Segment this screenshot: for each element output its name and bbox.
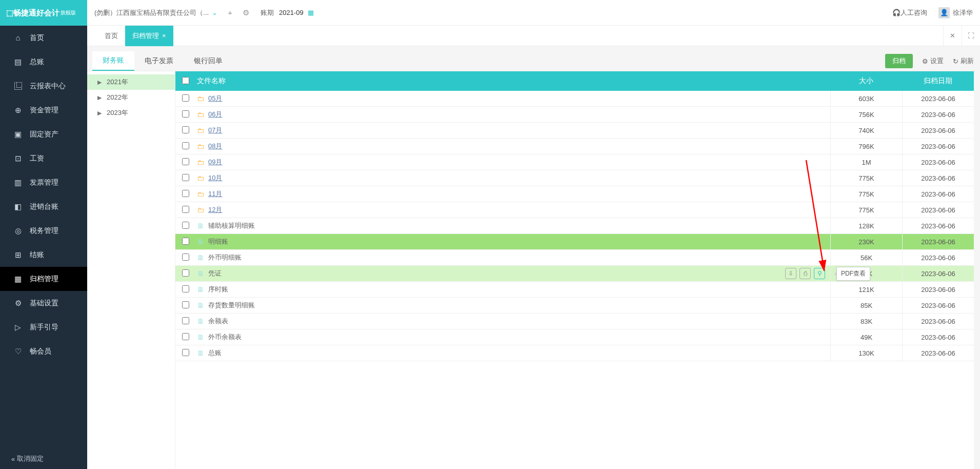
nav-item-10[interactable]: ▦归档管理 [0, 267, 87, 291]
table-row[interactable]: 🗎辅助核算明细账128K2023-06-06 [175, 218, 974, 234]
file-name[interactable]: 08月 [208, 142, 222, 151]
row-checkbox[interactable] [182, 158, 189, 165]
nav-item-9[interactable]: ⊞结账 [0, 243, 87, 267]
file-icon: 🗎 [197, 222, 204, 230]
table-row[interactable]: 🗀06月756K2023-06-06 [175, 107, 974, 123]
file-name[interactable]: 10月 [208, 173, 222, 183]
folder-icon: 🗀 [197, 142, 204, 150]
tabs-close-button[interactable]: ✕ [943, 26, 962, 46]
row-checkbox[interactable] [182, 285, 189, 292]
file-name[interactable]: 05月 [208, 94, 222, 103]
nav-item-12[interactable]: ▷新手引导 [0, 315, 87, 339]
table-row[interactable]: 🗀09月1M2023-06-06 [175, 154, 974, 170]
file-icon: 🗎 [197, 349, 204, 357]
table-row[interactable]: 🗎余额表83K2023-06-06 [175, 314, 974, 329]
col-size: 大小 [830, 76, 902, 86]
file-name[interactable]: 11月 [208, 189, 222, 199]
row-checkbox[interactable] [182, 206, 189, 213]
select-all-checkbox[interactable] [182, 77, 189, 84]
company-name[interactable]: (勿删）江西服宝精品有限责任公司（... [94, 8, 209, 17]
inner-tab-2[interactable]: 银行回单 [184, 51, 233, 71]
nav-item-6[interactable]: ▥发票管理 [0, 170, 87, 194]
row-checkbox[interactable] [182, 190, 189, 197]
nav-icon: ⊞ [13, 250, 23, 260]
row-checkbox[interactable] [182, 238, 189, 245]
file-name[interactable]: 09月 [208, 158, 222, 167]
calendar-icon[interactable]: ▦ [308, 9, 314, 16]
row-checkbox[interactable] [182, 269, 189, 277]
table-row[interactable]: 🗎凭证⇩⎙⚲PDF查看33K2023-06-06 [175, 266, 974, 282]
row-checkbox[interactable] [182, 142, 189, 149]
table-row[interactable]: 🗎外币余额表49K2023-06-06 [175, 329, 974, 345]
row-checkbox[interactable] [182, 253, 189, 261]
file-name: 总账 [208, 348, 222, 358]
row-checkbox[interactable] [182, 126, 189, 133]
preview-icon[interactable]: ⚲ [814, 268, 825, 279]
nav-item-2[interactable]: ⿺云报表中心 [0, 74, 87, 98]
inner-tab-1[interactable]: 电子发票 [134, 51, 184, 71]
settings-label: 设置 [930, 56, 944, 66]
row-checkbox[interactable] [182, 110, 189, 118]
sidebar-unpin[interactable]: « 取消固定 [0, 448, 87, 469]
file-name[interactable]: 12月 [208, 205, 222, 214]
table-row[interactable]: 🗀08月796K2023-06-06 [175, 139, 974, 154]
row-checkbox[interactable] [182, 317, 189, 324]
table-row[interactable]: 🗀11月775K2023-06-06 [175, 186, 974, 202]
settings-top-icon[interactable]: ⚙ [243, 8, 249, 17]
add-icon[interactable]: + [228, 8, 232, 17]
file-name: 明细账 [208, 237, 228, 246]
table-row[interactable]: 🗎总账130K2023-06-06 [175, 345, 974, 361]
row-checkbox[interactable] [182, 301, 189, 308]
file-icon: 🗎 [197, 285, 204, 294]
row-checkbox[interactable] [182, 222, 189, 229]
file-size: 128K [830, 218, 902, 233]
tab-close-icon[interactable]: × [162, 32, 166, 40]
tab-home[interactable]: 首页 [97, 26, 125, 46]
file-name[interactable]: 06月 [208, 110, 222, 119]
nav-item-3[interactable]: ⊕资金管理 [0, 98, 87, 122]
table-row[interactable]: 🗀07月740K2023-06-06 [175, 123, 974, 139]
fullscreen-button[interactable]: ⛶ [962, 26, 980, 46]
logo-sub: 旗舰版 [61, 9, 76, 16]
file-size: 121K [830, 282, 902, 297]
nav-item-8[interactable]: ◎税务管理 [0, 219, 87, 243]
user-menu[interactable]: 👤 徐泽华 [938, 7, 973, 18]
file-icon: 🗎 [197, 317, 204, 325]
table-row[interactable]: 🗎序时账121K2023-06-06 [175, 282, 974, 298]
row-checkbox[interactable] [182, 94, 189, 102]
nav-item-4[interactable]: ▣固定资产 [0, 122, 87, 146]
file-name[interactable]: 07月 [208, 126, 222, 135]
download-icon[interactable]: ⇩ [785, 268, 796, 279]
support-link[interactable]: 🎧 人工咨询 [892, 8, 927, 17]
nav-item-1[interactable]: ▤总账 [0, 50, 87, 74]
pdf-icon[interactable]: ⎙ [799, 268, 811, 279]
nav-item-7[interactable]: ◧进销台账 [0, 194, 87, 219]
settings-link[interactable]: ⚙ 设置 [922, 56, 944, 66]
file-size: 56K [830, 250, 902, 265]
company-dropdown-icon[interactable]: ⌄ [212, 9, 217, 16]
table-row[interactable]: 🗎存货数量明细账85K2023-06-06 [175, 298, 974, 314]
archive-button[interactable]: 归档 [885, 54, 913, 68]
table-row[interactable]: 🗎外币明细账56K2023-06-06 [175, 250, 974, 266]
row-checkbox[interactable] [182, 349, 189, 356]
table-row[interactable]: 🗀05月603K2023-06-06 [175, 91, 974, 107]
table-row[interactable]: 🗀10月775K2023-06-06 [175, 170, 974, 186]
nav-item-5[interactable]: ⊡工资 [0, 146, 87, 170]
inner-tab-0[interactable]: 财务账 [92, 51, 134, 71]
year-item-1[interactable]: ▶2022年 [87, 90, 175, 105]
year-item-2[interactable]: ▶2023年 [87, 105, 175, 121]
row-checkbox[interactable] [182, 333, 189, 340]
nav-icon: ▦ [13, 275, 23, 284]
refresh-link[interactable]: ↻ 刷新 [953, 56, 974, 66]
nav-icon: ⊡ [13, 154, 23, 163]
table-row[interactable]: 🗀12月775K2023-06-06 [175, 202, 974, 218]
table-row[interactable]: 🗎明细账230K2023-06-06 [175, 234, 974, 250]
refresh-icon: ↻ [953, 57, 958, 65]
nav-item-13[interactable]: ♡畅会员 [0, 339, 87, 363]
year-item-0[interactable]: ▶2021年 [87, 74, 175, 90]
tab-archive[interactable]: 归档管理 × [125, 26, 173, 46]
period-value[interactable]: 2021-09 [279, 9, 304, 16]
row-checkbox[interactable] [182, 174, 189, 181]
nav-item-11[interactable]: ⚙基础设置 [0, 291, 87, 315]
nav-item-0[interactable]: ⌂首页 [0, 26, 87, 50]
